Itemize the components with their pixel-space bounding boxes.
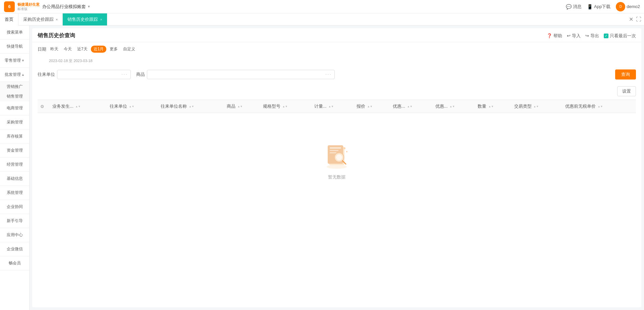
sidebar-item-enterprise[interactable]: 企业协同 — [0, 200, 29, 214]
tab-sales-close[interactable]: × — [100, 17, 102, 21]
content-area: 销售历史价查询 ❓ 帮助 ↩ 导入 ↪ 导出 ✓ — [30, 25, 644, 310]
tab-purchase-close[interactable]: × — [56, 17, 58, 21]
main-layout: 搜索菜单 快捷导航 零售管理 ▼ 批发管理 ▲ 营销推广 销售管理 电商管理 采… — [0, 25, 644, 310]
table-col-discount1[interactable]: 优惠... ▲▼ — [390, 100, 433, 113]
retail-arrow-icon: ▼ — [21, 59, 25, 62]
date-btn-today[interactable]: 今天 — [62, 46, 74, 53]
search-bar: 日期 昨天 今天 近7天 近1月 更多 自定义 2023-02-18 至 202… — [32, 42, 641, 100]
svg-point-0 — [327, 165, 347, 169]
goods-group: 商品 ··· — [136, 70, 335, 79]
import-label: 导入 — [572, 33, 581, 39]
counterpart-label: 往来单位 — [38, 71, 55, 78]
sidebar-item-finance[interactable]: 资金管理 — [0, 144, 29, 158]
sidebar-item-corp-wechat[interactable]: 企业微信 — [0, 242, 29, 256]
sidebar-enterprise-label: 企业协同 — [7, 204, 23, 209]
sidebar-sales-label: 销售管理 — [7, 94, 23, 99]
app-download-label: App下载 — [594, 4, 610, 10]
app-name: 畅捷通好生意 — [17, 2, 40, 7]
date-btn-custom[interactable]: 自定义 — [121, 46, 137, 53]
sidebar-item-retail[interactable]: 零售管理 ▼ — [0, 54, 29, 68]
settings-button[interactable]: 设置 — [617, 86, 636, 96]
empty-illustration — [322, 140, 352, 170]
sidebar-item-sales-mgmt[interactable]: 销售管理 — [0, 92, 29, 101]
table-col-pretax[interactable]: 优惠前无税单价 ▲▼ — [562, 100, 636, 113]
sidebar-finance-label: 资金管理 — [7, 148, 23, 153]
goods-input[interactable]: ··· — [147, 70, 335, 79]
date-range-display: 2023-02-18 至 2023-03-18 — [38, 58, 636, 63]
top-bar-right: 💬 消息 📱 App下载 D demo2 — [566, 2, 640, 11]
table-col-discount2[interactable]: 优惠... ▲▼ — [433, 100, 475, 113]
sidebar-item-purchase[interactable]: 采购管理 — [0, 115, 29, 130]
svg-rect-3 — [330, 147, 341, 149]
sidebar-item-operations[interactable]: 经营管理 — [0, 158, 29, 172]
tab-home[interactable]: 首页 — [0, 13, 18, 25]
sort-trade-type-icon: ▲▼ — [533, 105, 539, 108]
sidebar-system-label: 系统管理 — [7, 190, 23, 195]
table-col-spec[interactable]: 规格型号 ▲▼ — [260, 100, 311, 113]
tab-fullscreen-icon[interactable]: ⛶ — [636, 16, 641, 22]
table-col-biz-date[interactable]: 业务发生... ▲▼ — [50, 100, 107, 113]
import-btn[interactable]: ↩ 导入 — [567, 33, 581, 39]
sort-pretax-icon: ▲▼ — [598, 105, 603, 108]
export-label: 导出 — [590, 33, 599, 39]
date-label: 日期 — [38, 46, 46, 52]
table-col-counterpart-name[interactable]: 往来单位名称 ▲▼ — [158, 100, 224, 113]
sidebar-item-wholesale[interactable]: 批发管理 ▲ — [0, 68, 29, 82]
sidebar-item-newbie[interactable]: 新手引导 — [0, 214, 29, 228]
message-label: 消息 — [573, 4, 582, 10]
sort-quote-icon: ▲▼ — [367, 105, 373, 108]
sidebar-wholesale-label: 批发管理 — [5, 72, 21, 78]
sidebar-item-ecom[interactable]: 电商管理 — [0, 101, 29, 115]
page-container: 销售历史价查询 ❓ 帮助 ↩ 导入 ↪ 导出 ✓ — [32, 28, 641, 307]
tab-bar-actions: ✕ ⛶ — [629, 16, 644, 22]
avatar: D — [616, 2, 625, 11]
sidebar-item-members[interactable]: 畅会员 — [0, 256, 29, 270]
date-btn-7days[interactable]: 近7天 — [75, 46, 90, 53]
sort-counterpart-code-icon: ▲▼ — [129, 105, 135, 108]
sidebar-item-inventory[interactable]: 库存核算 — [0, 130, 29, 144]
svg-point-7 — [336, 154, 342, 160]
help-btn[interactable]: ❓ 帮助 — [547, 33, 562, 39]
chevron-down-icon: ▼ — [87, 5, 91, 8]
app-selector[interactable]: 办公用品行业模拟账套 ▼ — [42, 4, 91, 10]
sidebar-item-quick[interactable]: 快捷导航 — [0, 40, 29, 54]
sidebar-item-basic[interactable]: 基础信息 — [0, 172, 29, 186]
table-col-settings: ⚙ — [38, 100, 50, 113]
sidebar-basic-label: 基础信息 — [7, 176, 23, 181]
user-avatar-btn[interactable]: D demo2 — [616, 2, 640, 11]
sidebar-ecom-label: 电商管理 — [7, 106, 23, 110]
sidebar-newbie-label: 新手引导 — [7, 218, 23, 223]
date-btn-1month[interactable]: 近1月 — [91, 46, 107, 53]
counterpart-input[interactable]: ··· — [57, 70, 131, 79]
sidebar-item-marketing[interactable]: 营销推广 — [0, 82, 29, 92]
app-download-btn[interactable]: 📱 App下载 — [587, 4, 610, 10]
tab-purchase[interactable]: 采购历史价跟踪 × — [18, 13, 63, 25]
svg-point-9 — [343, 147, 345, 149]
download-icon: 📱 — [587, 4, 593, 9]
tab-sales[interactable]: 销售历史价跟踪 × — [63, 13, 107, 25]
date-btn-more[interactable]: 更多 — [108, 46, 120, 53]
query-button[interactable]: 查询 — [615, 69, 636, 80]
table-col-trade-type[interactable]: 交易类型 ▲▼ — [512, 100, 562, 113]
sidebar-item-system[interactable]: 系统管理 — [0, 186, 29, 200]
table-col-quote[interactable]: 报价 ▲▼ — [354, 100, 390, 113]
only-last-toggle[interactable]: ✓ 只看最后一次 — [604, 33, 636, 39]
sidebar-operations-label: 经营管理 — [7, 162, 23, 167]
help-label: 帮助 — [553, 33, 562, 39]
tab-close-all-icon[interactable]: ✕ — [629, 16, 633, 22]
import-icon: ↩ — [567, 33, 571, 38]
sidebar-item-search[interactable]: 搜索菜单 — [0, 25, 29, 40]
table-col-counterpart-code[interactable]: 往来单位 ▲▼ — [107, 100, 158, 113]
gear-icon[interactable]: ⚙ — [40, 104, 44, 109]
goods-label: 商品 — [136, 71, 145, 78]
empty-text: 暂无数据 — [328, 174, 345, 180]
sidebar-item-apps[interactable]: 应用中心 — [0, 228, 29, 242]
date-btn-yesterday[interactable]: 昨天 — [48, 46, 60, 53]
table-col-goods[interactable]: 商品 ▲▼ — [224, 100, 260, 113]
sidebar-quick-label: 快捷导航 — [7, 44, 23, 49]
table-col-quantity[interactable]: 数量 ▲▼ — [475, 100, 511, 113]
svg-point-10 — [346, 151, 347, 152]
table-col-unit[interactable]: 计量... ▲▼ — [312, 100, 354, 113]
export-btn[interactable]: ↪ 导出 — [585, 33, 599, 39]
message-btn[interactable]: 💬 消息 — [566, 4, 582, 10]
